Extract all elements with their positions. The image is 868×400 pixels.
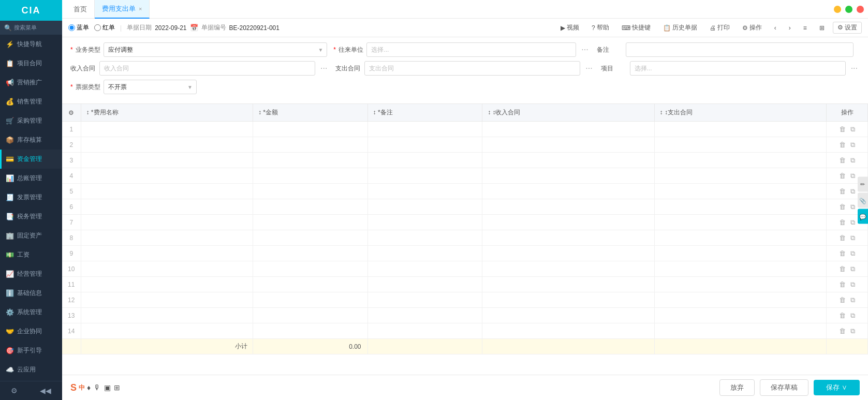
cell-expense-contract[interactable] [654,246,826,261]
delete-row-icon[interactable]: 🗑 [839,218,846,226]
sidebar-item-fixed-assets[interactable]: 🏢 固定资产 [0,226,62,245]
maximize-button[interactable] [845,6,852,13]
cell-amount[interactable] [253,308,367,323]
sidebar-item-project-contract[interactable]: 📋 项目合同 [0,54,62,73]
cell-income-contract[interactable] [482,277,654,292]
delete-row-icon[interactable]: 🗑 [839,280,846,288]
cell-expense-name[interactable] [81,122,253,137]
income-contract-more[interactable]: ··· [318,64,329,73]
sidebar-item-system[interactable]: ⚙️ 系统管理 [0,303,62,322]
delete-row-icon[interactable]: 🗑 [839,265,846,273]
sort-amount[interactable]: ↕ [258,109,261,116]
cell-amount[interactable] [253,137,367,153]
cell-note[interactable] [367,277,482,292]
cell-note[interactable] [367,168,482,184]
copy-row-icon[interactable]: ⧉ [850,296,855,304]
cell-income-contract[interactable] [482,308,654,323]
tab-close-expense[interactable]: × [139,6,142,12]
cell-expense-name[interactable] [81,308,253,323]
sidebar-item-payroll[interactable]: 💵 工资 [0,245,62,264]
cell-income-contract[interactable] [482,230,654,246]
float-tab-edit[interactable]: ✏ [858,176,868,191]
sort-expense[interactable]: ↕ [86,109,90,116]
cell-note[interactable] [367,230,482,246]
cell-expense-name[interactable] [81,168,253,184]
cell-income-contract[interactable] [482,292,654,308]
sidebar-item-operations[interactable]: 📈 经营管理 [0,264,62,284]
cell-income-contract[interactable] [482,122,654,137]
cell-note[interactable] [367,308,482,323]
to-unit-input[interactable] [366,42,576,57]
cell-expense-contract[interactable] [654,215,826,230]
shortcut-btn[interactable]: ⌨ 快捷键 [617,22,655,33]
radio-blue[interactable]: 蓝单 [68,23,89,32]
sidebar-item-base-info[interactable]: ℹ️ 基础信息 [0,284,62,303]
copy-row-icon[interactable]: ⧉ [850,125,855,133]
copy-row-icon[interactable]: ⧉ [850,172,855,180]
cell-amount[interactable] [253,246,367,261]
cell-income-contract[interactable] [482,199,654,215]
cell-income-contract[interactable] [482,168,654,184]
cell-income-contract[interactable] [482,215,654,230]
cell-income-contract[interactable] [482,246,654,261]
sidebar-item-sales[interactable]: 💰 销售管理 [0,92,62,111]
cell-income-contract[interactable] [482,137,654,153]
copy-row-icon[interactable]: ⧉ [850,249,855,257]
project-input[interactable] [630,61,846,76]
delete-row-icon[interactable]: 🗑 [839,327,846,335]
copy-row-icon[interactable]: ⧉ [850,234,855,242]
cell-expense-contract[interactable] [654,261,826,277]
save-button[interactable]: 保存 ∨ [814,380,860,395]
sidebar-item-invoice[interactable]: 🧾 发票管理 [0,188,62,207]
copy-row-icon[interactable]: ⧉ [850,265,855,273]
cell-expense-contract[interactable] [654,122,826,137]
audio-bottom-icon[interactable]: ◀◀ [38,384,53,397]
cell-note[interactable] [367,122,482,137]
cell-expense-name[interactable] [81,292,253,308]
cell-amount[interactable] [253,292,367,308]
setting-btn[interactable]: ⚙ 设置 [833,22,862,34]
sidebar-item-inventory[interactable]: 📦 库存核算 [0,130,62,150]
sidebar-item-enterprise[interactable]: 🤝 企业协同 [0,322,62,341]
delete-row-icon[interactable]: 🗑 [839,141,846,149]
sidebar-item-quick-nav[interactable]: ⚡ 快捷导航 [0,35,62,54]
cell-note[interactable] [367,261,482,277]
delete-row-icon[interactable]: 🗑 [839,296,846,304]
income-contract-input[interactable] [99,61,315,76]
expense-contract-input[interactable] [364,61,580,76]
minimize-button[interactable] [834,6,841,13]
settings-bottom-icon[interactable]: ⚙ [9,384,20,397]
copy-row-icon[interactable]: ⧉ [850,280,855,288]
cell-expense-contract[interactable] [654,277,826,292]
cell-expense-name[interactable] [81,215,253,230]
delete-row-icon[interactable]: 🗑 [839,156,846,164]
cell-amount[interactable] [253,168,367,184]
cell-amount[interactable] [253,230,367,246]
brand-icon-2[interactable]: 🎙 [94,383,101,392]
copy-row-icon[interactable]: ⧉ [850,141,855,149]
delete-row-icon[interactable]: 🗑 [839,203,846,211]
discard-button[interactable]: 放弃 [719,379,755,396]
cell-expense-name[interactable] [81,230,253,246]
sidebar-item-purchase[interactable]: 🛒 采购管理 [0,111,62,130]
copy-row-icon[interactable]: ⧉ [850,218,855,226]
cell-note[interactable] [367,137,482,153]
brand-icon-1[interactable]: ♦ [87,383,91,392]
col-settings[interactable]: ⚙ [62,104,81,122]
cell-note[interactable] [367,292,482,308]
cell-income-contract[interactable] [482,261,654,277]
operations-btn[interactable]: ⚙ 操作 [738,22,766,33]
cell-expense-name[interactable] [81,246,253,261]
cell-amount[interactable] [253,184,367,199]
nav-prev-btn[interactable]: ‹ [770,23,781,33]
tab-expense[interactable]: 费用支出单 × [95,0,150,19]
view-grid-btn[interactable]: ⊞ [815,23,829,33]
cell-expense-name[interactable] [81,277,253,292]
cell-amount[interactable] [253,323,367,339]
copy-row-icon[interactable]: ⧉ [850,327,855,335]
cell-amount[interactable] [253,215,367,230]
cell-income-contract[interactable] [482,153,654,168]
cell-expense-contract[interactable] [654,199,826,215]
cell-amount[interactable] [253,277,367,292]
expense-contract-more[interactable]: ··· [583,64,594,73]
